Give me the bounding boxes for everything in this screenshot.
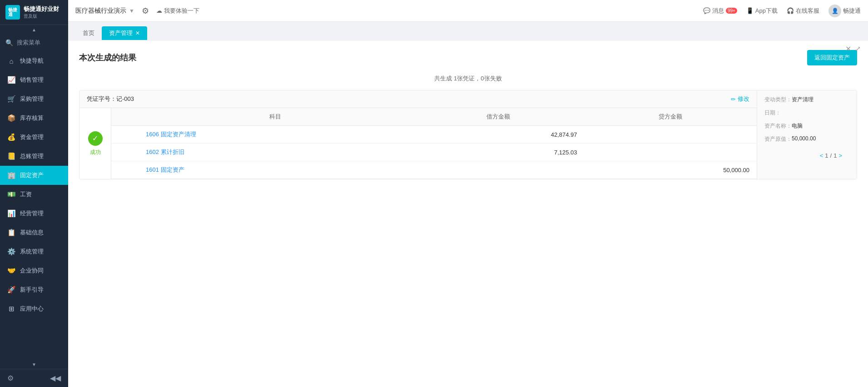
change-type-value: 资产清理 — [792, 96, 849, 104]
sidebar-item-sales[interactable]: 📈 销售管理 — [0, 70, 68, 89]
sidebar-nav: ⌂ 快捷导航 📈 销售管理 🛒 采购管理 📦 库存核算 💰 资金管理 📒 总账管… — [0, 51, 68, 360]
sidebar-item-payroll[interactable]: 💵 工资 — [0, 185, 68, 204]
topbar: 医疗器械行业演示 ▼ ⚙ ☁ 我要体验一下 💬 消息 99+ 📱 App下载 🎧… — [68, 0, 868, 22]
app-download-action[interactable]: 📱 App下载 — [746, 7, 778, 15]
expand-panel-icon[interactable]: ⤢ — [855, 45, 861, 53]
sidebar-item-system[interactable]: ⚙️ 系统管理 — [0, 242, 68, 261]
guide-icon: 🚀 — [7, 286, 15, 294]
topbar-right: 💬 消息 99+ 📱 App下载 🎧 在线客服 👤 畅捷通 — [703, 5, 861, 17]
summary-text: 共生成 1张凭证，0张失败 — [79, 74, 857, 83]
settings-icon[interactable]: ⚙ — [7, 374, 14, 382]
account-link-1606[interactable]: 1606 固定资产清理 — [146, 131, 196, 138]
account-link-1601[interactable]: 1601 固定资产 — [146, 166, 184, 173]
row2-account: 1602 累计折旧 — [139, 144, 412, 161]
page-separator: / — [830, 152, 832, 159]
app-logo: 畅捷通 畅捷通好业财 普及版 — [0, 0, 68, 25]
sidebar-label-finance: 资金管理 — [20, 133, 44, 141]
enterprise-icon: 🤝 — [7, 267, 15, 275]
result-title: 本次生成的结果 — [79, 52, 136, 63]
original-value-value: 50,000.00 — [792, 135, 849, 142]
try-button[interactable]: ☁ 我要体验一下 — [156, 7, 199, 15]
row3-status — [111, 161, 139, 179]
voucher-header-row: 凭证字号：记-003 ✏ 修改 — [79, 90, 757, 108]
topbar-settings-icon[interactable]: ⚙ — [142, 6, 149, 16]
asset-name-value: 电脑 — [792, 122, 849, 130]
scroll-up-arrow[interactable]: ▲ — [0, 25, 68, 34]
user-label: 畅捷通 — [843, 7, 861, 15]
sidebar-label-payroll: 工资 — [20, 190, 32, 198]
download-icon: 📱 — [746, 7, 754, 14]
quick-nav-icon: ⌂ — [7, 57, 15, 65]
sidebar-label-app-center: 应用中心 — [20, 305, 44, 313]
ledger-icon: 📒 — [7, 152, 15, 160]
account-link-1602[interactable]: 1602 累计折旧 — [146, 149, 184, 155]
app-center-icon: ⊞ — [7, 305, 15, 313]
sidebar-item-basic-info[interactable]: 📋 基础信息 — [0, 223, 68, 242]
tab-asset-manage-label: 资产管理 — [109, 29, 133, 37]
message-label: 消息 — [712, 7, 724, 15]
tab-close-icon[interactable]: ✕ — [135, 30, 140, 36]
success-text: 成功 — [90, 149, 101, 156]
side-info-panel: 变动类型： 资产清理 日期： 资产名称： 电脑 资产原值： 50,000.00 — [757, 90, 857, 179]
result-panel: 本次生成的结果 返回固定资产 共生成 1张凭证，0张失败 凭证字号：记-003 … — [68, 41, 868, 189]
result-header: 本次生成的结果 返回固定资产 — [79, 50, 857, 65]
sales-icon: 📈 — [7, 76, 15, 84]
sidebar-item-app-center[interactable]: ⊞ 应用中心 — [0, 299, 68, 318]
sidebar-item-finance[interactable]: 💰 资金管理 — [0, 128, 68, 147]
system-icon: ⚙️ — [7, 248, 15, 256]
logo-icon: 畅捷通 — [5, 5, 20, 20]
logo-text: 畅捷通好业财 普及版 — [24, 5, 59, 20]
row1-debit: 42,874.97 — [412, 126, 584, 144]
tab-asset-manage[interactable]: 资产管理 ✕ — [102, 26, 147, 40]
row1-account: 1606 固定资产清理 — [139, 126, 412, 144]
message-action[interactable]: 💬 消息 99+ — [703, 7, 737, 15]
original-value-label: 资产原值： — [764, 135, 792, 143]
headset-icon: 🎧 — [787, 7, 794, 14]
customer-service-action[interactable]: 🎧 在线客服 — [787, 7, 819, 15]
row2-credit — [585, 144, 757, 161]
fixed-assets-icon: 🏢 — [7, 171, 15, 179]
sidebar-item-fixed-assets[interactable]: 🏢 固定资产 — [0, 166, 68, 185]
topbar-left: 医疗器械行业演示 ▼ ⚙ ☁ 我要体验一下 — [75, 6, 703, 16]
row3-credit: 50,000.00 — [585, 161, 757, 179]
app-name: 畅捷通好业财 — [24, 5, 59, 13]
app-edition: 普及版 — [24, 13, 59, 20]
prev-page-button[interactable]: < — [820, 152, 823, 159]
sidebar-item-enterprise[interactable]: 🤝 企业协同 — [0, 261, 68, 280]
payroll-icon: 💵 — [7, 190, 15, 198]
page-content: ✕ ⤢ 本次生成的结果 返回固定资产 共生成 1张凭证，0张失败 凭证字号：记-… — [68, 41, 868, 387]
col-header-credit: 贷方金额 — [585, 108, 757, 126]
asset-name-row: 资产名称： 电脑 — [764, 122, 849, 130]
sidebar-item-quick-nav[interactable]: ⌂ 快捷导航 — [0, 51, 68, 70]
pagination: < 1 / 1 > — [764, 149, 849, 163]
success-icon: ✓ — [88, 131, 103, 146]
sidebar-item-inventory[interactable]: 📦 库存核算 — [0, 109, 68, 128]
sidebar-item-ledger[interactable]: 📒 总账管理 — [0, 147, 68, 166]
voucher-data-col: 科目 借方金额 贷方金额 1606 固定资产清理 — [111, 108, 757, 179]
sidebar-search[interactable]: 🔍 搜索菜单 — [0, 34, 68, 51]
cloud-icon: ☁ — [156, 7, 162, 14]
row2-debit: 7,125.03 — [412, 144, 584, 161]
next-page-button[interactable]: > — [838, 152, 842, 159]
scroll-down-arrow[interactable]: ▼ — [0, 360, 68, 369]
collapse-icon[interactable]: ◀◀ — [50, 374, 61, 382]
edit-button[interactable]: ✏ 修改 — [731, 95, 749, 103]
user-action[interactable]: 👤 畅捷通 — [828, 5, 861, 17]
sidebar-label-enterprise: 企业协同 — [20, 267, 44, 275]
finance-icon: 💰 — [7, 133, 15, 141]
asset-name-label: 资产名称： — [764, 122, 792, 130]
col-header-debit: 借方金额 — [412, 108, 584, 126]
tab-home[interactable]: 首页 — [75, 26, 102, 40]
sidebar-item-management[interactable]: 📊 经营管理 — [0, 204, 68, 223]
close-panel-icon[interactable]: ✕ — [845, 45, 851, 53]
sidebar-label-management: 经营管理 — [20, 209, 44, 218]
sidebar-label-inventory: 库存核算 — [20, 114, 44, 122]
sidebar-item-purchase[interactable]: 🛒 采购管理 — [0, 89, 68, 109]
row1-credit — [585, 126, 757, 144]
sidebar-label-basic-info: 基础信息 — [20, 228, 44, 237]
sidebar-item-guide[interactable]: 🚀 新手引导 — [0, 280, 68, 299]
change-type-label: 变动类型： — [764, 96, 792, 104]
try-label: 我要体验一下 — [164, 7, 199, 15]
voucher-card: 凭证字号：记-003 ✏ 修改 ✓ 成功 — [79, 90, 857, 179]
company-selector[interactable]: 医疗器械行业演示 ▼ — [75, 7, 134, 15]
